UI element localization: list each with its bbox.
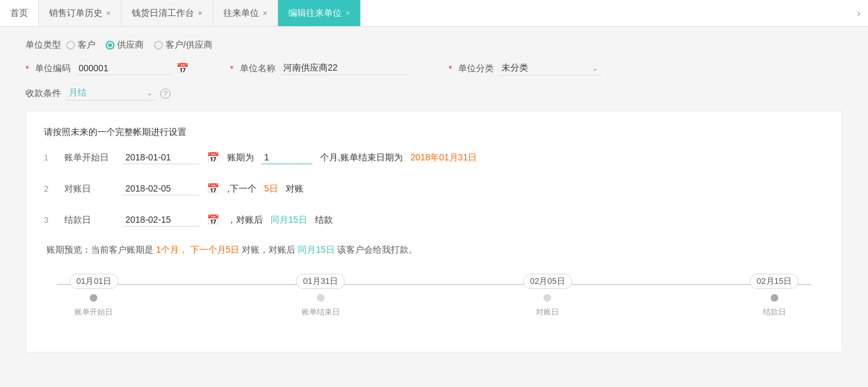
timeline-point-3: 02月05日 对账日 [523, 274, 572, 318]
tab-sales-history-close[interactable]: × [106, 9, 111, 18]
settings-card: 请按照未来的一个完整帐期进行设置 1 账单开始日 📅 账期为 个月,账单结束日期… [25, 111, 843, 353]
tab-arrow[interactable]: › [850, 0, 868, 26]
row-3-date-input[interactable] [123, 213, 199, 227]
timeline-date-1: 01月01日 [69, 274, 118, 289]
unit-category-star: * [449, 64, 452, 74]
payment-terms-help-icon[interactable]: ? [160, 88, 171, 99]
timeline-dot-2 [317, 294, 325, 302]
payment-terms-value: 月结 [69, 87, 87, 99]
row-3-label: 结款日 [64, 215, 115, 226]
radio-customer-circle [66, 41, 75, 50]
unit-code-star: * [25, 64, 29, 74]
unit-category-label: 单位分类 [458, 63, 494, 74]
preview-tail: 该客户会给我打款。 [337, 244, 417, 255]
tab-bar: 首页 销售订单历史 × 钱货日清工作台 × 往来单位 × 编辑往来单位 × › [0, 0, 868, 27]
radio-supplier-label: 供应商 [117, 39, 144, 51]
row-2-suffix1: ,下一个 [227, 183, 256, 195]
timeline-dots: 01月01日 账单开始日 01月31日 账单结束日 02月05日 对账日 [69, 274, 799, 318]
setting-row-3: 3 结款日 📅 ，对账后 同月15日 结款 [44, 213, 824, 227]
timeline-point-2: 01月31日 账单结束日 [296, 274, 345, 318]
row-1-num: 1 [44, 153, 57, 162]
setting-row-1: 1 账单开始日 📅 账期为 个月,账单结束日期为 2018年01月31日 [44, 151, 824, 164]
tab-home[interactable]: 首页 [0, 0, 39, 26]
timeline-point-1: 01月01日 账单开始日 [69, 274, 118, 318]
row-2-num: 2 [44, 184, 57, 194]
row-1-calendar-icon[interactable]: 📅 [207, 151, 220, 164]
unit-category-value: 未分类 [501, 62, 528, 74]
radio-both[interactable]: 客户/供应商 [154, 39, 213, 51]
payment-terms-dropdown[interactable]: 月结 ⌄ [66, 86, 155, 101]
tab-edit-partner[interactable]: 编辑往来单位 × [278, 0, 361, 26]
tab-cash-work[interactable]: 钱货日清工作台 × [122, 0, 213, 26]
timeline-dot-1 [90, 294, 97, 302]
radio-supplier[interactable]: 供应商 [106, 39, 144, 51]
radio-group: 客户 供应商 客户/供应商 [66, 39, 213, 51]
timeline-point-4: 02月15日 结款日 [750, 274, 799, 318]
timeline-sublabel-1: 账单开始日 [74, 307, 113, 318]
tab-sales-history[interactable]: 销售订单历史 × [39, 0, 122, 26]
row-3-day-highlight: 同月15日 [270, 215, 307, 226]
radio-customer[interactable]: 客户 [66, 39, 95, 51]
row-2-suffix2: 对账 [286, 183, 304, 195]
unit-name-item: * 单位名称 [230, 62, 407, 75]
row-2-calendar-icon[interactable]: 📅 [207, 183, 220, 195]
row-2-label: 对账日 [64, 183, 115, 195]
unit-category-item: * 单位分类 未分类 ⌄ [449, 61, 601, 76]
tab-cash-work-close[interactable]: × [198, 9, 202, 18]
row-1-period-input[interactable] [262, 151, 312, 164]
unit-code-calendar-icon[interactable]: 📅 [176, 62, 189, 74]
preview-end: 同月15日 [298, 244, 335, 255]
row-1-date-input[interactable] [123, 151, 199, 164]
row-1-period-before: 账期为 [227, 152, 254, 164]
timeline-section: 01月01日 账单开始日 01月31日 账单结束日 02月05日 对账日 [44, 274, 824, 337]
payment-terms-item: 收款条件 月结 ⌄ ? [25, 86, 171, 101]
timeline-sublabel-3: 对账日 [536, 307, 559, 318]
preview-1month: 1个月， [156, 244, 188, 255]
unit-info-row: * 单位编码 📅 * 单位名称 * 单位分类 未分类 ⌄ [25, 61, 843, 76]
card-instruction: 请按照未来的一个完整帐期进行设置 [44, 127, 824, 138]
row-1-label: 账单开始日 [64, 152, 115, 164]
tab-edit-partner-close[interactable]: × [346, 9, 350, 18]
timeline-date-2: 01月31日 [296, 274, 345, 289]
payment-terms-chevron-icon: ⌄ [146, 88, 153, 97]
timeline-date-4: 02月15日 [750, 274, 799, 289]
preview-day: 下一个月5日 [190, 244, 240, 255]
timeline-sublabel-2: 账单结束日 [302, 307, 340, 318]
radio-customer-label: 客户 [78, 39, 95, 51]
unit-type-label: 单位类型 [25, 39, 61, 51]
preview-middle: 对账，对账后 [242, 244, 295, 255]
unit-name-input[interactable] [281, 62, 408, 75]
unit-type-row: 单位类型 客户 供应商 客户/供应商 [25, 39, 843, 51]
unit-code-input[interactable] [76, 62, 171, 75]
row-2-day-highlight: 5日 [264, 183, 278, 195]
row-3-calendar-icon[interactable]: 📅 [207, 214, 220, 226]
tab-edit-partner-label: 编辑往来单位 [288, 8, 342, 19]
row-3-suffix1: ，对账后 [227, 215, 263, 226]
setting-row-2: 2 对账日 📅 ,下一个 5日 对账 [44, 182, 824, 195]
radio-both-label: 客户/供应商 [165, 39, 213, 51]
preview-text: 账期预览：当前客户账期是 1个月， 下一个月5日 对账，对账后 同月15日 该客… [44, 244, 824, 256]
payment-terms-row: 收款条件 月结 ⌄ ? [25, 86, 843, 101]
unit-name-label: 单位名称 [240, 63, 276, 74]
timeline-date-3: 02月05日 [523, 274, 572, 289]
tab-home-label: 首页 [10, 8, 28, 19]
main-content: 单位类型 客户 供应商 客户/供应商 * 单位编码 [0, 27, 868, 387]
unit-name-star: * [230, 64, 233, 74]
unit-category-dropdown[interactable]: 未分类 ⌄ [499, 61, 601, 76]
unit-category-arrow-icon: ⌄ [592, 64, 598, 73]
preview-label: 账期预览：当前客户账期是 [46, 244, 153, 255]
row-1-end-date: 2018年01月31日 [410, 152, 477, 164]
tab-sales-history-label: 销售订单历史 [49, 8, 102, 19]
radio-both-circle [154, 41, 163, 50]
timeline-dot-3 [543, 294, 551, 302]
tab-partner-unit[interactable]: 往来单位 × [213, 0, 278, 26]
tab-partner-unit-close[interactable]: × [263, 9, 267, 18]
radio-supplier-circle [106, 41, 115, 50]
row-1-period-after: 个月,账单结束日期为 [320, 152, 403, 164]
unit-type-item: 单位类型 客户 供应商 客户/供应商 [25, 39, 213, 51]
row-3-suffix2: 结款 [315, 215, 333, 226]
payment-terms-label: 收款条件 [25, 88, 61, 99]
row-2-date-input[interactable] [123, 182, 199, 195]
timeline-dot-4 [771, 294, 778, 302]
unit-code-label: 单位编码 [35, 63, 71, 74]
